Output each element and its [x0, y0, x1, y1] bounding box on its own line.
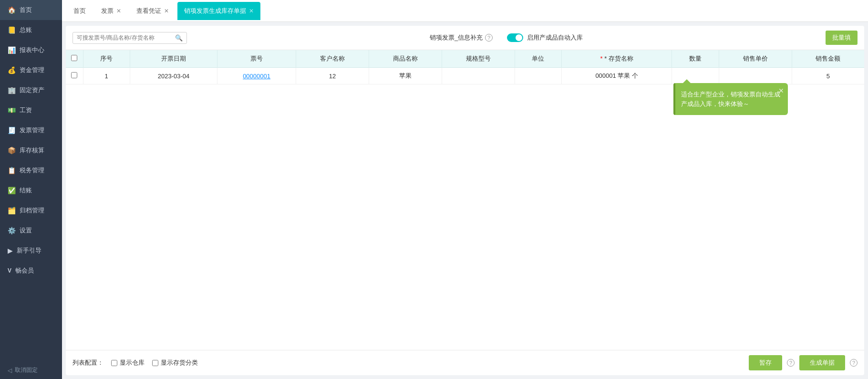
settings-icon: ⚙️	[8, 227, 16, 234]
info-help-icon[interactable]: ?	[485, 34, 493, 42]
sidebar-item-label: 畅会员	[15, 266, 34, 275]
sidebar-item-inventory[interactable]: 📦 库存核算	[0, 140, 62, 160]
tooltip-popup: ✕ 适合生产型企业，销项发票自动生成产成品入库，快来体验～	[673, 83, 788, 115]
settlement-icon: ✅	[8, 187, 16, 194]
toggle-switch[interactable]	[507, 33, 523, 42]
show-inventory-category-checkbox[interactable]	[152, 360, 158, 366]
unpin-icon: ◁	[8, 367, 12, 374]
row-checkbox[interactable]	[71, 72, 77, 78]
select-all-checkbox[interactable]	[71, 55, 77, 61]
tax-icon: 📋	[8, 167, 16, 174]
batch-fill-button[interactable]: 批量填	[826, 31, 858, 45]
sidebar-item-label: 发票管理	[20, 126, 44, 135]
col-qty: 数量	[672, 50, 719, 68]
main-area: 首页 发票 ✕ 查看凭证 ✕ 销项发票生成库存单据 ✕ 🔍 销项发票_信息补充 …	[62, 0, 868, 379]
invoice-icon: 🧾	[8, 126, 16, 134]
tab-view-voucher-close[interactable]: ✕	[164, 8, 169, 14]
ledger-icon: 📒	[8, 26, 16, 34]
tab-invoice-close[interactable]: ✕	[116, 8, 121, 14]
toolbar: 🔍 销项发票_信息补充 ? 启用产成品自动入库 批量填	[66, 26, 864, 50]
sidebar-item-label: 资金管理	[20, 66, 44, 74]
sidebar: 🏠 首页 📒 总账 📊 报表中心 💰 资金管理 🏢 固定资产 💵 工资 🧾 发票…	[0, 0, 62, 379]
show-inventory-category-label[interactable]: 显示存货分类	[152, 358, 198, 367]
search-input[interactable]	[77, 34, 172, 41]
sidebar-item-label: 报表中心	[20, 46, 44, 54]
tooltip-close-button[interactable]: ✕	[778, 86, 784, 96]
sidebar-item-funds[interactable]: 💰 资金管理	[0, 60, 62, 80]
tab-home-label: 首页	[73, 7, 86, 15]
tab-sales-return[interactable]: 销项发票生成库存单据 ✕	[177, 2, 260, 20]
inventory-icon: 📦	[8, 147, 16, 154]
sidebar-item-tax[interactable]: 📋 税务管理	[0, 160, 62, 180]
sidebar-item-member[interactable]: V 畅会员	[0, 261, 62, 281]
tab-invoice[interactable]: 发票 ✕	[94, 2, 128, 20]
col-checkbox	[66, 50, 83, 68]
sidebar-item-label: 新手引导	[17, 246, 41, 255]
tab-view-voucher[interactable]: 查看凭证 ✕	[130, 2, 176, 20]
generate-help-icon[interactable]: ?	[850, 359, 858, 367]
show-inventory-category-text: 显示存货分类	[161, 358, 198, 367]
row-ticket-no: 00000001	[217, 68, 296, 84]
row-spec	[442, 68, 515, 84]
sidebar-unpin[interactable]: ◁ 取消固定	[0, 361, 62, 379]
col-spec: 规格型号	[442, 50, 515, 68]
sidebar-item-reports[interactable]: 📊 报表中心	[0, 40, 62, 60]
row-date: 2023-03-04	[130, 68, 217, 84]
sidebar-item-home[interactable]: 🏠 首页	[0, 0, 62, 20]
search-box[interactable]: 🔍	[72, 32, 187, 44]
bottom-actions: 暂存 ? 生成单据 ?	[749, 355, 858, 370]
sidebar-item-archive[interactable]: 🗂️ 归档管理	[0, 200, 62, 221]
row-qty	[672, 68, 719, 84]
tab-home[interactable]: 首页	[67, 2, 93, 20]
content-area: 🔍 销项发票_信息补充 ? 启用产成品自动入库 批量填	[66, 26, 864, 375]
sidebar-item-wages[interactable]: 💵 工资	[0, 100, 62, 120]
show-warehouse-checkbox[interactable]	[111, 360, 117, 366]
col-ticket-no: 票号	[217, 50, 296, 68]
funds-icon: 💰	[8, 66, 16, 74]
sidebar-item-fixed-assets[interactable]: 🏢 固定资产	[0, 80, 62, 100]
bottom-bar: 列表配置： 显示仓库 显示存货分类 暂存 ? 生成单据 ?	[66, 350, 864, 375]
row-amount: 5	[792, 68, 864, 84]
tab-bar: 首页 发票 ✕ 查看凭证 ✕ 销项发票生成库存单据 ✕	[62, 0, 868, 22]
sidebar-item-settings[interactable]: ⚙️ 设置	[0, 221, 62, 241]
show-warehouse-label[interactable]: 显示仓库	[111, 358, 145, 367]
col-amount: 销售金额	[792, 50, 864, 68]
sidebar-item-label: 首页	[20, 6, 32, 14]
sidebar-item-guide[interactable]: ▶ 新手引导	[0, 241, 62, 261]
col-seq: 序号	[83, 50, 130, 68]
ticket-no-link[interactable]: 00000001	[243, 73, 270, 80]
table-header-row: 序号 开票日期 票号 客户名称 商品名称 规格型号 单位 * * 存货名称 数量…	[66, 50, 864, 68]
col-inventory: * * 存货名称	[561, 50, 672, 68]
row-price	[719, 68, 792, 84]
row-seq: 1	[83, 68, 130, 84]
save-help-icon[interactable]: ?	[787, 359, 795, 367]
wages-icon: 💵	[8, 106, 16, 114]
row-product: 苹果	[369, 68, 442, 84]
sidebar-item-label: 税务管理	[20, 166, 44, 175]
member-icon: V	[8, 267, 11, 274]
sidebar-item-label: 固定资产	[20, 86, 44, 95]
toggle-area: 启用产成品自动入库	[507, 33, 583, 42]
search-icon: 🔍	[175, 34, 183, 42]
guide-icon: ▶	[8, 247, 13, 254]
toggle-slider	[507, 33, 523, 42]
tab-sales-return-close[interactable]: ✕	[249, 8, 254, 14]
tooltip-accent	[673, 83, 675, 115]
list-config-label: 列表配置：	[72, 358, 103, 367]
col-product: 商品名称	[369, 50, 442, 68]
sidebar-item-ledger[interactable]: 📒 总账	[0, 20, 62, 40]
sidebar-item-invoice-mgmt[interactable]: 🧾 发票管理	[0, 120, 62, 140]
table-row: 1 2023-03-04 00000001 12 苹果 000001 苹果 个 …	[66, 68, 864, 84]
col-customer: 客户名称	[296, 50, 369, 68]
sidebar-item-label: 工资	[20, 106, 32, 115]
show-warehouse-text: 显示仓库	[120, 358, 145, 367]
info-label: 销项发票_信息补充 ?	[430, 33, 493, 42]
row-checkbox-cell	[66, 68, 83, 84]
sidebar-item-settlement[interactable]: ✅ 结账	[0, 180, 62, 200]
save-button[interactable]: 暂存	[749, 355, 782, 370]
tab-sales-return-label: 销项发票生成库存单据	[184, 7, 246, 15]
generate-button[interactable]: 生成单据	[799, 355, 845, 370]
col-price: 销售单价	[719, 50, 792, 68]
archive-icon: 🗂️	[8, 207, 16, 214]
col-date: 开票日期	[130, 50, 217, 68]
